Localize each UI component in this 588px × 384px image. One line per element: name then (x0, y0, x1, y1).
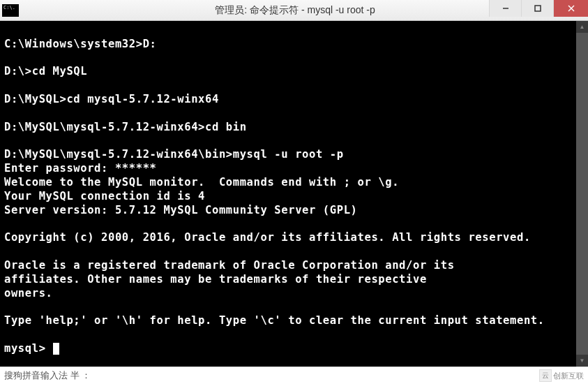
window-titlebar: C:\. 管理员: 命令提示符 - mysql -u root -p (0, 0, 588, 21)
ime-status-bar: 搜狗拼音输入法 半 ： 云 创新互联 (0, 367, 588, 384)
scroll-down-arrow[interactable]: ▼ (576, 355, 588, 367)
watermark-text: 创新互联 (553, 371, 584, 381)
svg-rect-1 (535, 6, 541, 11)
cmd-icon: C:\. (2, 4, 19, 17)
scroll-up-arrow[interactable]: ▲ (576, 21, 588, 33)
ime-text: 搜狗拼音输入法 半 ： (4, 369, 91, 382)
terminal-output[interactable]: C:\Windows\system32>D: D:\>cd MySQL D:\M… (0, 21, 588, 367)
minimize-button[interactable] (489, 0, 521, 17)
window-controls (489, 0, 588, 17)
vertical-scrollbar[interactable]: ▲ ▼ (576, 21, 588, 367)
scrollbar-thumb[interactable] (576, 33, 588, 355)
terminal-cursor (53, 343, 59, 355)
watermark: 云 创新互联 (539, 369, 584, 382)
watermark-badge: 云 (539, 369, 552, 382)
maximize-button[interactable] (521, 0, 553, 17)
close-button[interactable] (553, 0, 588, 17)
